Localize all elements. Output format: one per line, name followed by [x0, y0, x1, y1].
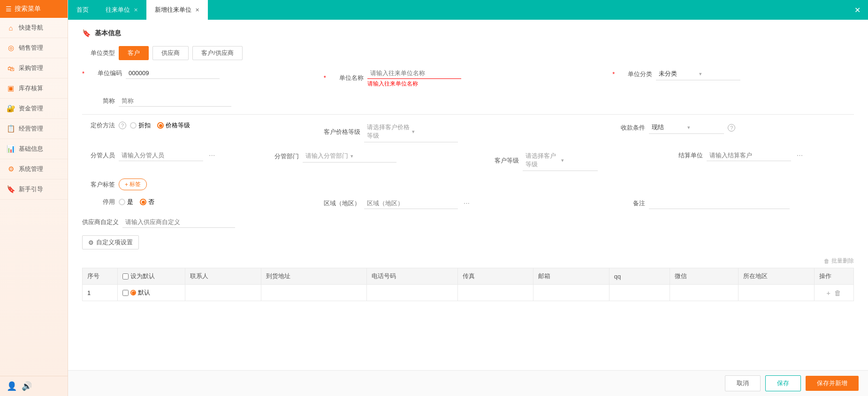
remark-group: 备注 — [612, 198, 854, 209]
manager-more-icon[interactable]: ··· — [207, 151, 217, 160]
row-add-btn[interactable]: + — [826, 289, 830, 297]
sidebar-item-label: 快捷导航 — [19, 23, 43, 32]
tab-partner[interactable]: 往来单位 ✕ — [97, 0, 146, 20]
qq-input[interactable] — [614, 289, 642, 296]
pricing-radio-level[interactable]: 价格等级 — [157, 121, 190, 130]
sidebar-item-inventory[interactable]: ▣ 库存核算 — [0, 78, 68, 99]
type-btn-supplier[interactable]: 供应商 — [152, 46, 189, 60]
pricing-row: 定价方法 ? 折扣 价格等级 客户价格等级 请选择客户价格等级 — [82, 121, 854, 142]
select-all-checkbox[interactable] — [122, 273, 129, 280]
short-name-group: 简称 — [82, 95, 854, 107]
batch-delete-label[interactable]: 批量删除 — [831, 257, 854, 265]
region-group: 区域（地区） ··· — [324, 198, 613, 209]
region-more-icon[interactable]: ··· — [462, 199, 472, 208]
tab-new-partner[interactable]: 新增往来单位 ✕ — [146, 0, 208, 20]
customer-level-select[interactable]: 请选择客户等级 ▾ — [523, 150, 598, 171]
sidebar-item-finance[interactable]: 🔐 资金管理 — [0, 99, 68, 119]
settlement-unit-more-icon[interactable]: ··· — [795, 151, 805, 160]
department-chevron-icon: ▾ — [350, 153, 394, 159]
pricing-radio-discount[interactable]: 折扣 — [130, 121, 151, 130]
manager-label: 分管人员 — [82, 151, 115, 160]
sidebar-item-system[interactable]: ⚙ 系统管理 — [0, 159, 68, 179]
address-input[interactable] — [266, 289, 322, 296]
contact-input[interactable] — [190, 289, 228, 296]
tab-partner-close-icon[interactable]: ✕ — [134, 7, 138, 13]
payment-terms-select[interactable]: 现结 ▾ — [649, 121, 724, 134]
row-checkbox[interactable] — [122, 290, 129, 296]
short-name-label: 简称 — [82, 97, 115, 105]
cell-phone — [367, 285, 458, 301]
department-select[interactable]: 请输入分管部门 ▾ — [303, 150, 396, 163]
supplier-custom-row: 供应商自定义 — [82, 217, 854, 228]
save-new-button[interactable]: 保存并新增 — [806, 376, 859, 391]
footer: 取消 保存 保存并新增 — [68, 370, 868, 396]
disable-radio-yes[interactable]: 是 — [119, 198, 133, 206]
disable-radio-group: 是 否 — [119, 198, 154, 206]
unit-category-value: 未分类 — [659, 70, 697, 78]
type-button-group: 客户 供应商 客户/供应商 — [119, 46, 243, 60]
default-radio[interactable] — [130, 290, 136, 295]
table-section: 🗑 批量删除 序号 设为默认 联系人 到货地址 — [82, 257, 854, 301]
finance-icon: 🔐 — [7, 104, 15, 113]
disable-radio-no[interactable]: 否 — [140, 198, 154, 206]
unit-code-input[interactable] — [126, 68, 220, 79]
region-cell-input[interactable] — [743, 289, 781, 296]
contact-table: 序号 设为默认 联系人 到货地址 电话号码 传真 邮箱 qq — [82, 268, 854, 301]
pricing-method-group: 定价方法 ? 折扣 价格等级 — [82, 121, 324, 130]
settlement-unit-input[interactable] — [707, 150, 791, 161]
payment-help-icon[interactable]: ? — [728, 124, 735, 132]
sidebar-item-purchase[interactable]: 🛍 采购管理 — [0, 58, 68, 78]
supplier-custom-input[interactable] — [122, 217, 235, 228]
col-wechat: 微信 — [670, 268, 739, 285]
section-title: 基本信息 — [95, 29, 121, 38]
unit-name-group: * 单位名称 请输入往来单位名称 — [324, 68, 613, 88]
add-tag-btn[interactable]: + 标签 — [119, 179, 147, 190]
sidebar-search-label: 搜索菜单 — [15, 5, 41, 13]
manager-input[interactable] — [119, 150, 203, 161]
cancel-button[interactable]: 取消 — [725, 375, 761, 391]
disable-no-label: 否 — [148, 198, 154, 206]
sidebar-item-quick-nav[interactable]: ⌂ 快捷导航 — [0, 18, 68, 38]
custom-settings-btn[interactable]: ⚙ 自定义项设置 — [82, 235, 139, 249]
sidebar-item-operations[interactable]: 📋 经营管理 — [0, 119, 68, 139]
sidebar-item-sales[interactable]: ◎ 销售管理 — [0, 38, 68, 58]
customer-price-level-select[interactable]: 请选择客户价格等级 ▾ — [364, 121, 458, 142]
tab-partner-label: 往来单位 — [106, 6, 130, 14]
type-btn-both[interactable]: 客户/供应商 — [192, 46, 243, 60]
col-email: 邮箱 — [533, 268, 609, 285]
phone-input[interactable] — [372, 289, 419, 296]
section-header-icon: 🔖 — [82, 29, 91, 38]
pricing-help-icon[interactable]: ? — [119, 122, 126, 129]
unit-type-row: 单位类型 客户 供应商 客户/供应商 — [82, 46, 854, 60]
type-btn-customer[interactable]: 客户 — [119, 46, 149, 60]
unit-name-input[interactable] — [367, 68, 461, 79]
unit-category-select[interactable]: 未分类 ▾ — [656, 68, 740, 80]
sidebar-item-guide[interactable]: 🔖 新手引导 — [0, 179, 68, 200]
email-input[interactable] — [538, 289, 576, 296]
guide-icon: 🔖 — [7, 185, 15, 194]
pricing-radio-group: 折扣 价格等级 — [130, 121, 190, 130]
col-action: 操作 — [814, 268, 854, 285]
sidebar-search[interactable]: ☰ 搜索菜单 — [0, 0, 68, 18]
fax-input[interactable] — [463, 289, 500, 296]
region-label: 区域（地区） — [324, 199, 360, 208]
manager-group: 分管人员 ··· — [82, 150, 266, 161]
sidebar-bottom: 👤 🔊 — [0, 376, 68, 396]
tab-home[interactable]: 首页 — [68, 0, 97, 20]
pricing-method-label: 定价方法 — [82, 121, 115, 130]
tabbar-close-btn[interactable]: ✕ — [847, 6, 868, 15]
sidebar-item-basic-info[interactable]: 📊 基础信息 — [0, 139, 68, 159]
disable-group: 停用 是 否 — [82, 198, 324, 206]
col-fax: 传真 — [457, 268, 533, 285]
save-button[interactable]: 保存 — [765, 375, 801, 391]
tab-new-partner-close-icon[interactable]: ✕ — [195, 7, 199, 13]
region-input[interactable] — [364, 198, 458, 209]
row-delete-btn[interactable]: 🗑 — [834, 289, 841, 297]
remark-input[interactable] — [649, 198, 790, 209]
short-name-input[interactable] — [119, 95, 231, 107]
cell-actions: + 🗑 — [814, 285, 854, 301]
wechat-input[interactable] — [675, 289, 708, 296]
unit-code-group: * 单位编码 — [82, 68, 324, 79]
tab-home-label: 首页 — [76, 6, 89, 14]
disable-yes-circle — [119, 199, 125, 205]
